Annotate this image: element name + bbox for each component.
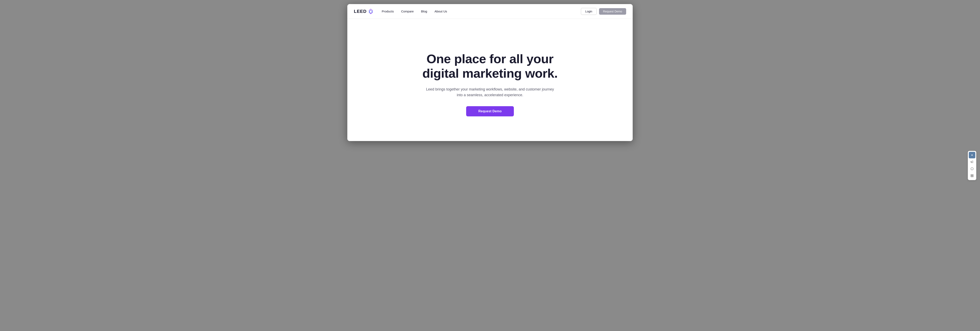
nav-links: Products Compare Blog About Us: [382, 10, 581, 13]
grid-icon: [970, 174, 974, 178]
svg-line-7: [371, 10, 372, 11]
svg-rect-14: [971, 175, 972, 175]
sidebar-toolbar: ✦: [968, 151, 976, 180]
leed-logo-icon: [368, 8, 374, 14]
nav-actions: Login Request Demo: [581, 8, 626, 15]
hero-title: One place for all your digital marketing…: [410, 52, 570, 81]
megaphone-icon: [970, 160, 974, 164]
logo-link[interactable]: LEED: [354, 8, 374, 14]
hero-subtitle: Leed brings together your marketing work…: [425, 86, 555, 98]
cursor-icon: ✦: [971, 153, 973, 157]
svg-rect-15: [972, 175, 973, 175]
cursor-toolbar-button[interactable]: ✦: [969, 152, 975, 158]
svg-line-12: [369, 10, 371, 11]
nav-item-compare[interactable]: Compare: [401, 10, 414, 13]
request-demo-nav-button[interactable]: Request Demo: [599, 8, 626, 15]
logo-text: LEED: [354, 9, 367, 14]
navbar: LEED Products Compare: [347, 4, 633, 19]
nav-item-products[interactable]: Products: [382, 10, 394, 13]
login-button[interactable]: Login: [581, 8, 597, 15]
nav-link-about[interactable]: About Us: [434, 10, 447, 13]
megaphone-toolbar-button[interactable]: [969, 159, 975, 165]
browser-window: LEED Products Compare: [347, 4, 633, 141]
nav-item-about[interactable]: About Us: [434, 10, 447, 13]
nav-link-compare[interactable]: Compare: [401, 10, 414, 13]
svg-rect-16: [971, 176, 972, 177]
chat-icon: [970, 167, 974, 171]
nav-link-blog[interactable]: Blog: [421, 10, 427, 13]
request-demo-hero-button[interactable]: Request Demo: [466, 106, 514, 116]
svg-point-13: [971, 167, 973, 170]
nav-link-products[interactable]: Products: [382, 10, 394, 13]
chat-toolbar-button[interactable]: [969, 166, 975, 172]
svg-rect-17: [972, 176, 973, 177]
grid-toolbar-button[interactable]: [969, 173, 975, 179]
hero-section: One place for all your digital marketing…: [347, 19, 633, 141]
nav-item-blog[interactable]: Blog: [421, 10, 427, 13]
